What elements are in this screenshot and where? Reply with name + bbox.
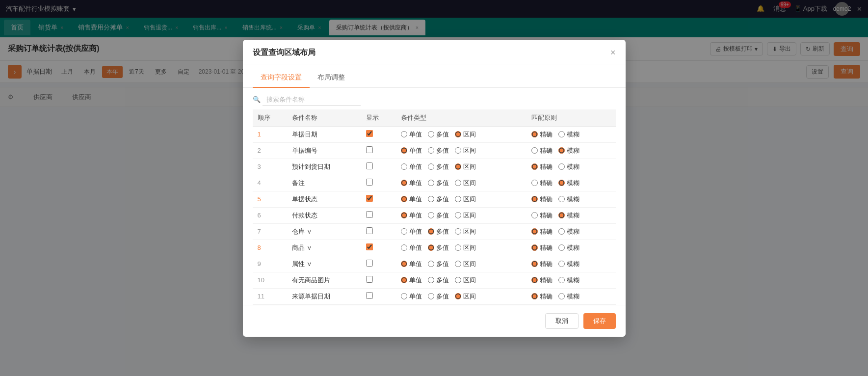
search-icon: 🔍 <box>253 96 261 103</box>
modal-overlay: 设置查询区域布局 × 查询字段设置 布局调整 🔍 顺序 条件名称 <box>0 0 868 107</box>
modal-header: 设置查询区域布局 × <box>243 40 626 64</box>
modal-title: 设置查询区域布局 <box>253 48 316 58</box>
modal-tab-query-fields[interactable]: 查询字段设置 <box>253 70 310 88</box>
modal-search-area: 🔍 <box>243 88 626 107</box>
modal-tab-layout-label: 布局调整 <box>317 73 345 81</box>
modal-tab-layout[interactable]: 布局调整 <box>310 70 353 88</box>
modal-tab-query-fields-label: 查询字段设置 <box>261 73 302 81</box>
modal-close-button[interactable]: × <box>610 48 616 57</box>
modal-tabs: 查询字段设置 布局调整 <box>243 64 626 88</box>
search-input[interactable] <box>263 94 361 106</box>
settings-modal: 设置查询区域布局 × 查询字段设置 布局调整 🔍 顺序 条件名称 <box>243 40 626 107</box>
